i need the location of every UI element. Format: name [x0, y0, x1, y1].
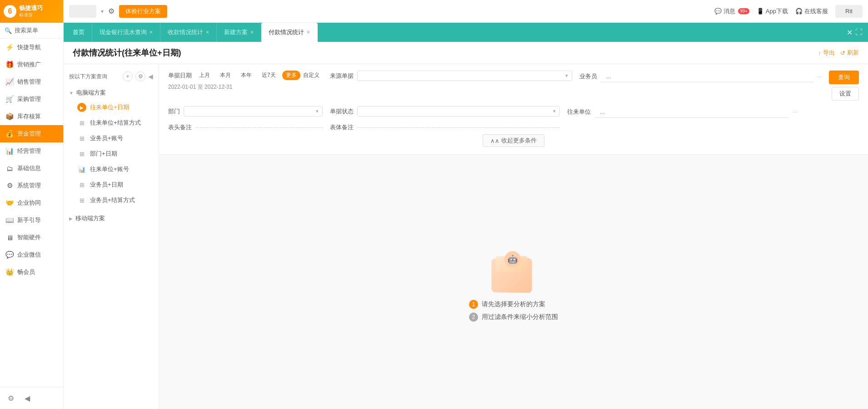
scheme-item-label-4: 往来单位+账号: [90, 165, 129, 173]
sidebar-item-quick-nav[interactable]: ⚡快捷导航: [0, 39, 63, 56]
filter-table-head-note-item: 表头备注: [168, 123, 323, 131]
sidebar-collapse-btn[interactable]: ◀: [21, 392, 34, 404]
scheme-item-icon-1: ⊞: [77, 118, 86, 127]
nav-label-member: 畅会员: [17, 268, 35, 276]
filter-partner-expand[interactable]: ···: [793, 109, 797, 115]
filter-source-label: 来源单据: [330, 72, 354, 80]
sidebar-item-capital[interactable]: 💰资金管理: [0, 125, 63, 142]
sidebar-item-operation[interactable]: 📊经营管理: [0, 142, 63, 160]
filter-dept-select[interactable]: ▾: [184, 106, 323, 116]
scheme-mobile-arrow: ▶: [69, 216, 73, 221]
tab-payment-stats[interactable]: 付款情况统计 ×: [261, 23, 318, 42]
filter-date-more-btn[interactable]: 更多: [282, 71, 300, 80]
filter-salesperson-expand[interactable]: ···: [817, 73, 822, 80]
tab-receipt-stats[interactable]: 收款情况统计 ×: [160, 23, 217, 42]
scheme-item-4[interactable]: 📊 往来单位+账号: [64, 162, 159, 177]
filter-partner-input[interactable]: [597, 107, 786, 116]
scheme-item-1[interactable]: ⊞ 往来单位+结算方式: [64, 115, 159, 131]
nav-label-capital: 资金管理: [17, 130, 41, 138]
scheme-item-6[interactable]: ⊞ 业务员+结算方式: [64, 192, 159, 208]
sidebar-item-guide[interactable]: 📖新手引导: [0, 212, 63, 229]
filter-dept-arrow: ▾: [316, 108, 319, 114]
scheme-item-3[interactable]: ⊞ 部门+日期: [64, 146, 159, 162]
empty-step-1: 1 请先选择要分析的方案: [469, 300, 558, 309]
filter-voucher-status-item: 单据状态 ▾: [330, 106, 560, 116]
export-btn[interactable]: ↑ 导出: [818, 49, 835, 57]
tab-bank-flow[interactable]: 现金银行流水查询 ×: [92, 23, 160, 42]
right-panel: 单据日期 上月 本月 本年 近7天 更多 自定义 2022: [159, 64, 868, 409]
filter-date-custom-btn[interactable]: 自定义: [303, 71, 319, 79]
filter-voucher-status-select[interactable]: ▾: [357, 106, 560, 116]
filter-collapse-btn[interactable]: ∧∧ 收起更多条件: [483, 134, 544, 147]
empty-step-1-num: 1: [469, 300, 478, 309]
refresh-icon: ↺: [840, 50, 845, 56]
user-avatar[interactable]: Rit: [835, 5, 863, 18]
scheme-mobile-group-header[interactable]: ▶ 移动端方案: [64, 212, 159, 225]
sidebar-item-basic-info[interactable]: 🗂基础信息: [0, 160, 63, 177]
refresh-btn[interactable]: ↺ 刷新: [840, 49, 859, 57]
sidebar-item-inventory[interactable]: 📦库存核算: [0, 108, 63, 125]
nav-label-hardware: 智能硬件: [17, 233, 41, 242]
app-download-btn[interactable]: 📱 App下载: [757, 7, 788, 15]
filter-partner-item: 往来单位 ···: [567, 106, 797, 118]
nav-label-guide: 新手引导: [17, 216, 41, 224]
sidebar-search[interactable]: 🔍 搜索菜单: [0, 23, 63, 39]
filter-voucher-status-label: 单据状态: [330, 107, 354, 116]
service-btn[interactable]: 🎧 在线客服: [795, 7, 828, 15]
scheme-item-icon-5: ⊞: [77, 180, 86, 189]
sidebar-settings-btn[interactable]: ⚙: [5, 392, 17, 404]
filter-dept-label: 部门: [168, 107, 180, 116]
sidebar-item-system[interactable]: ⚙系统管理: [0, 177, 63, 194]
filter-collapse: ∧∧ 收起更多条件: [168, 131, 859, 150]
tab-bank-flow-close[interactable]: ×: [150, 29, 153, 35]
filter-date-7days[interactable]: 近7天: [258, 71, 279, 80]
nav-label-sales: 销售管理: [17, 78, 41, 86]
scheme-add-btn[interactable]: +: [123, 71, 133, 81]
tab-receipt-stats-label: 收款情况统计: [168, 28, 203, 36]
scheme-mobile-group: ▶ 移动端方案: [64, 212, 159, 225]
filter-source-select[interactable]: ▾: [357, 71, 572, 81]
tab-new-scheme-close[interactable]: ×: [250, 29, 254, 35]
main-content: ▾ ⚙ 体验行业方案 💬 消息 99+ 📱 App下载 🎧 在线客服 Rit: [64, 0, 868, 409]
message-btn[interactable]: 💬 消息 99+: [714, 7, 749, 15]
topbar-dropdown-arrow[interactable]: ▾: [101, 8, 104, 15]
scheme-settings-btn[interactable]: ⚙: [135, 71, 145, 81]
scheme-item-0[interactable]: ▶ 往来单位+日期: [64, 100, 159, 115]
nav-label-basic-info: 基础信息: [17, 164, 41, 172]
scheme-pc-group-header[interactable]: ▼ 电脑端方案: [64, 86, 159, 100]
filter-date-group: 上月 本月 本年 近7天 更多 自定义: [195, 71, 319, 80]
tab-payment-stats-close[interactable]: ×: [307, 29, 310, 35]
tabbar-close-btn[interactable]: ✕: [847, 28, 853, 37]
filter-date-this-month[interactable]: 本月: [216, 71, 234, 80]
nav-label-operation: 经营管理: [17, 147, 41, 155]
topbar-settings-icon[interactable]: ⚙: [108, 7, 115, 15]
sidebar-item-weixin[interactable]: 💬企业微信: [0, 246, 63, 263]
scheme-item-2[interactable]: ⊞ 业务员+账号: [64, 131, 159, 146]
filter-date-this-year[interactable]: 本年: [237, 71, 255, 80]
scheme-panel-collapse-btn[interactable]: ◀: [148, 73, 153, 80]
filter-date-last-month[interactable]: 上月: [195, 71, 214, 80]
nav-icon-enterprise: 🤝: [5, 199, 14, 207]
topbar-avatar-placeholder: [69, 5, 96, 18]
filter-settings-btn[interactable]: 设置: [832, 87, 859, 101]
scheme-item-5[interactable]: ⊞ 业务员+日期: [64, 177, 159, 192]
nav-icon-sales: 📈: [5, 78, 14, 86]
sidebar-item-enterprise[interactable]: 🤝企业协同: [0, 194, 63, 212]
filter-area: 单据日期 上月 本月 本年 近7天 更多 自定义 2022: [159, 64, 868, 155]
content-area: 按以下方案查询 + ⚙ ◀ ▼ 电脑端方案 ▶ 往来单位+日期: [64, 64, 868, 409]
trial-btn[interactable]: 体验行业方案: [119, 5, 167, 18]
nav-icon-guide: 📖: [5, 216, 14, 224]
nav-icon-member: 👑: [5, 268, 14, 276]
sidebar-item-hardware[interactable]: 🖥智能硬件: [0, 229, 63, 246]
filter-query-btn[interactable]: 查询: [829, 71, 859, 84]
results-area: 🤖 1 请先选择要分析的方案 2 用过滤条件来缩小分析范围: [159, 155, 868, 409]
sidebar-item-marketing[interactable]: 🎁营销推广: [0, 56, 63, 73]
sidebar-item-sales[interactable]: 📈销售管理: [0, 73, 63, 91]
sidebar-item-member[interactable]: 👑畅会员: [0, 263, 63, 281]
sidebar-item-purchase[interactable]: 🛒采购管理: [0, 91, 63, 108]
filter-salesperson-input[interactable]: [604, 71, 811, 81]
tabbar-expand-btn[interactable]: ⛶: [855, 28, 863, 36]
tab-receipt-stats-close[interactable]: ×: [206, 29, 209, 35]
tab-home[interactable]: 首页: [65, 23, 92, 42]
tab-new-scheme[interactable]: 新建方案 ×: [217, 23, 261, 42]
